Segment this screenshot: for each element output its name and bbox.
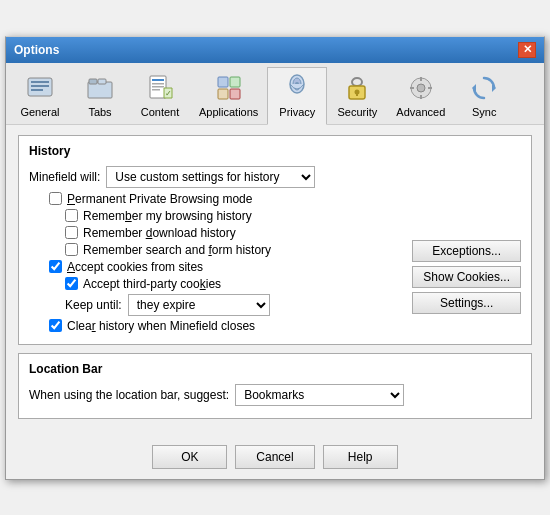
show-cookies-button[interactable]: Show Cookies... — [412, 266, 521, 288]
svg-rect-21 — [352, 78, 362, 86]
accept-cookies-row: Accept cookies from sites — [29, 260, 402, 274]
tab-advanced-label: Advanced — [396, 106, 445, 118]
minefield-label: Minefield will: — [29, 170, 100, 184]
svg-rect-14 — [218, 77, 228, 87]
svg-rect-28 — [420, 95, 422, 99]
suggest-row: When using the location bar, suggest: Bo… — [29, 384, 521, 406]
svg-rect-17 — [230, 89, 240, 99]
svg-rect-9 — [152, 83, 164, 85]
tab-privacy-label: Privacy — [279, 106, 315, 118]
svg-rect-29 — [410, 87, 414, 89]
dialog-buttons-area: OK Cancel Help — [6, 437, 544, 479]
tab-sync-label: Sync — [472, 106, 496, 118]
permanent-private-checkbox[interactable] — [49, 192, 62, 205]
svg-point-26 — [417, 84, 425, 92]
window-title: Options — [14, 43, 59, 57]
accept-cookies-label: Accept cookies from sites — [67, 260, 203, 274]
minefield-row: Minefield will: Use custom settings for … — [29, 166, 521, 188]
accept-third-party-checkbox[interactable] — [65, 277, 78, 290]
general-icon — [24, 72, 56, 104]
tab-security-label: Security — [337, 106, 377, 118]
history-section: History Minefield will: Use custom setti… — [18, 135, 532, 345]
history-options-area: Permanent Private Browsing mode Remember… — [29, 192, 521, 336]
advanced-icon — [405, 72, 437, 104]
keep-until-row: Keep until: they expire I close Firefox … — [29, 294, 402, 316]
tab-privacy[interactable]: Privacy — [267, 67, 327, 125]
clear-history-checkbox[interactable] — [49, 319, 62, 332]
svg-rect-6 — [98, 79, 106, 84]
svg-rect-24 — [356, 92, 358, 96]
close-button[interactable]: ✕ — [518, 42, 536, 58]
remember-form-label: Remember search and form history — [83, 243, 271, 257]
applications-icon — [213, 72, 245, 104]
exceptions-button[interactable]: Exceptions... — [412, 240, 521, 262]
sync-icon — [468, 72, 500, 104]
svg-text:✓: ✓ — [165, 89, 172, 98]
content-icon: ✓ — [144, 72, 176, 104]
toolbar: General Tabs — [6, 63, 544, 125]
remember-form-row: Remember search and form history — [29, 243, 402, 257]
suggest-label: When using the location bar, suggest: — [29, 388, 229, 402]
accept-third-party-row: Accept third-party cookies — [29, 277, 402, 291]
ok-button[interactable]: OK — [152, 445, 227, 469]
accept-cookies-checkbox[interactable] — [49, 260, 62, 273]
location-bar-section: Location Bar When using the location bar… — [18, 353, 532, 419]
svg-rect-8 — [152, 79, 164, 81]
tab-sync[interactable]: Sync — [454, 67, 514, 124]
clear-history-label: Clear history when Minefield closes — [67, 319, 255, 333]
options-window: Options ✕ General — [5, 36, 545, 480]
cancel-button[interactable]: Cancel — [235, 445, 314, 469]
svg-rect-10 — [152, 86, 164, 88]
tabs-icon — [84, 72, 116, 104]
remember-browsing-label: Remember my browsing history — [83, 209, 252, 223]
remember-form-checkbox[interactable] — [65, 243, 78, 256]
tab-tabs-label: Tabs — [88, 106, 111, 118]
tab-security[interactable]: Security — [327, 67, 387, 124]
remember-browsing-checkbox[interactable] — [65, 209, 78, 222]
tab-applications-label: Applications — [199, 106, 258, 118]
remember-browsing-row: Remember my browsing history — [29, 209, 402, 223]
tab-content-label: Content — [141, 106, 180, 118]
svg-rect-5 — [89, 79, 97, 84]
history-select[interactable]: Use custom settings for history Remember… — [106, 166, 315, 188]
svg-rect-30 — [428, 87, 432, 89]
svg-rect-27 — [420, 77, 422, 81]
tab-applications[interactable]: Applications — [190, 67, 267, 124]
remember-download-row: Remember download history — [29, 226, 402, 240]
svg-rect-15 — [230, 77, 240, 87]
keep-until-select[interactable]: they expire I close Firefox ask me every… — [128, 294, 270, 316]
tab-advanced[interactable]: Advanced — [387, 67, 454, 124]
permanent-private-row: Permanent Private Browsing mode — [29, 192, 402, 206]
tab-content[interactable]: ✓ Content — [130, 67, 190, 124]
right-buttons-area: Exceptions... Show Cookies... Settings..… — [412, 240, 521, 314]
remember-download-checkbox[interactable] — [65, 226, 78, 239]
tab-general-label: General — [20, 106, 59, 118]
suggest-select[interactable]: Bookmarks History Bookmarks and History — [235, 384, 404, 406]
help-button[interactable]: Help — [323, 445, 398, 469]
svg-rect-11 — [152, 89, 160, 91]
settings-button[interactable]: Settings... — [412, 292, 521, 314]
permanent-private-label: Permanent Private Browsing mode — [67, 192, 252, 206]
tab-tabs[interactable]: Tabs — [70, 67, 130, 124]
main-content: History Minefield will: Use custom setti… — [6, 125, 544, 437]
remember-download-label: Remember download history — [83, 226, 236, 240]
accept-third-party-label: Accept third-party cookies — [83, 277, 221, 291]
svg-rect-1 — [31, 81, 49, 83]
privacy-icon — [281, 72, 313, 104]
svg-rect-16 — [218, 89, 228, 99]
clear-history-row: Clear history when Minefield closes — [29, 319, 402, 333]
svg-rect-3 — [31, 89, 43, 91]
history-title: History — [29, 144, 521, 158]
security-icon — [341, 72, 373, 104]
location-bar-title: Location Bar — [29, 362, 521, 376]
svg-rect-2 — [31, 85, 49, 87]
keep-until-label: Keep until: — [65, 298, 122, 312]
tab-general[interactable]: General — [10, 67, 70, 124]
checkboxes-area: Permanent Private Browsing mode Remember… — [29, 192, 402, 336]
title-bar: Options ✕ — [6, 37, 544, 63]
